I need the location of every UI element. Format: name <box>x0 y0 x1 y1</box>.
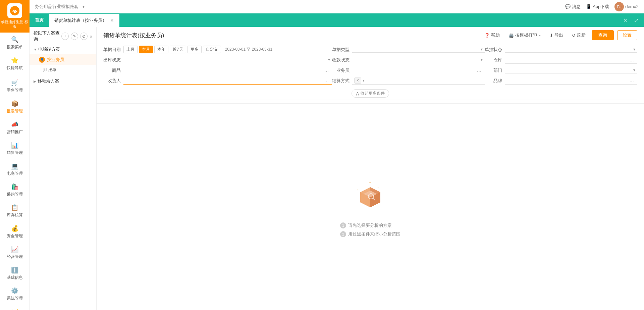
topbar: 办公用品行业模拟账套 ▾ 💬 消息 📱 App下载 Ea demo2 <box>30 0 644 13</box>
sidebar-item-wholesale[interactable]: 📦 批发管理 <box>0 97 29 117</box>
message-btn[interactable]: 💬 消息 <box>565 4 581 10</box>
sidebar-item-purchase[interactable]: 🛍️ 采购管理 <box>0 180 29 201</box>
date-btn-this-year[interactable]: 本年 <box>154 46 168 53</box>
tab-close-btn[interactable]: ✕ <box>110 18 114 23</box>
filter-doc-status: 单据状态 ▾ <box>485 46 637 53</box>
brand-dots[interactable]: ... <box>628 78 635 84</box>
print-dropdown-arrow: ▾ <box>539 34 541 37</box>
mobile-section: ▶ 移动端方案 <box>30 75 96 88</box>
avatar: Ea <box>614 2 624 11</box>
sidebar-item-label: 批发管理 <box>7 108 23 114</box>
copy-scheme-btn[interactable]: ⊙ <box>80 33 88 40</box>
refresh-btn[interactable]: ↺ 刷新 <box>569 31 588 40</box>
sidebar-item-basic[interactable]: ℹ️ 基础信息 <box>0 263 29 284</box>
pc-section-header[interactable]: ▼ 电脑端方案 <box>30 44 96 54</box>
edit-scheme-btn[interactable]: ✎ <box>71 33 78 40</box>
dept-control[interactable]: ▾ <box>505 67 637 73</box>
user-menu[interactable]: Ea demo2 <box>614 2 639 11</box>
help-label: 帮助 <box>491 32 500 38</box>
query-button[interactable]: 查询 <box>592 30 614 40</box>
sidebar-item-finance[interactable]: 💰 资金管理 <box>0 221 29 242</box>
tab-close-all-btn[interactable]: ✕ <box>621 16 629 24</box>
filter-row-1: 单据日期 上月 本月 本年 近7天 更多 自定义 2023-03-01 至 20… <box>103 46 637 53</box>
sidebar-item-retail[interactable]: 🛒 零售管理 <box>0 76 29 97</box>
goods-dots[interactable]: ... <box>323 67 330 73</box>
mobile-section-label: 移动端方案 <box>38 78 59 84</box>
svg-text:✦: ✦ <box>377 187 379 190</box>
sidebar-item-inventory[interactable]: 📋 库存核算 <box>0 201 29 221</box>
pay-method-control[interactable]: × ▾ <box>352 77 485 85</box>
export-btn[interactable]: ⬇ 导出 <box>547 31 566 40</box>
message-icon: 💬 <box>565 4 571 9</box>
brand-control[interactable]: ... <box>505 77 637 85</box>
date-btn-more[interactable]: 更多 <box>187 46 202 53</box>
out-status-control[interactable]: ▾ <box>123 57 332 63</box>
sidebar-item-corp[interactable]: 🤝 企业协同 <box>0 305 29 310</box>
filter-receipt-status: 收款状态 ▾ <box>332 57 485 63</box>
marketing-icon: 📣 <box>11 121 18 128</box>
breadcrumb-dropdown[interactable]: ▾ <box>83 4 85 9</box>
warehouse-control[interactable]: ... <box>505 56 637 64</box>
sidebar-item-ops[interactable]: 📈 经营管理 <box>0 242 29 263</box>
copy-icon: ⊙ <box>82 34 86 39</box>
set-button[interactable]: 设置 <box>617 30 637 40</box>
panel-collapse-btn[interactable]: « <box>90 34 92 39</box>
left-panel-header: 按以下方案查询 + ✎ ⊙ « <box>30 27 96 44</box>
sidebar-item-shortcut[interactable]: ⭐ 快捷导航 <box>0 53 29 74</box>
filter-row-4: 收货人 ... 结算方式 × ▾ <box>103 77 637 85</box>
consignee-control[interactable]: ... <box>123 77 332 85</box>
add-scheme-btn[interactable]: + <box>61 33 69 40</box>
logo-icon <box>7 3 22 18</box>
search-icon: 🔍 <box>11 36 18 43</box>
export-icon: ⬇ <box>549 33 553 38</box>
receipt-status-dropdown-arrow: ▾ <box>481 57 483 62</box>
pay-method-tag-close[interactable]: × <box>357 78 359 83</box>
left-panel-subitem-by-order[interactable]: 排 按单 <box>30 65 96 75</box>
print-btn[interactable]: 🖨️ 按模板打印 ▾ <box>506 31 543 40</box>
doc-type-control[interactable]: ▾ <box>352 46 485 53</box>
sidebar-item-sales[interactable]: 📊 销售管理 <box>0 138 29 159</box>
app-download-btn[interactable]: 📱 App下载 <box>586 4 609 10</box>
help-btn[interactable]: ❓ 帮助 <box>482 31 502 40</box>
tab-home[interactable]: 首页 <box>30 13 49 27</box>
tab-home-label: 首页 <box>35 17 44 23</box>
print-label: 按模板打印 <box>515 32 537 38</box>
filter-out-status: 出库状态 ▾ <box>103 57 332 63</box>
print-icon: 🖨️ <box>508 33 514 38</box>
sidebar-item-label: 资金管理 <box>7 233 23 239</box>
goods-control[interactable]: ... <box>123 66 332 74</box>
receipt-status-control[interactable]: ▾ <box>352 57 485 63</box>
sidebar-item-label: 采购管理 <box>7 192 23 197</box>
sidebar-item-system[interactable]: ⚙️ 系统管理 <box>0 284 29 305</box>
filter-date: 单据日期 上月 本月 本年 近7天 更多 自定义 2023-03-01 至 20… <box>103 46 332 53</box>
sidebar-item-ecommerce[interactable]: 💻 电商管理 <box>0 159 29 180</box>
doc-status-control[interactable]: ▾ <box>505 46 637 53</box>
collapse-btn[interactable]: ⋀ 收起更多条件 <box>352 89 389 98</box>
empty-state-step-1: 1 请先选择要分析的方案 <box>340 221 400 230</box>
date-btn-custom[interactable]: 自定义 <box>203 46 221 53</box>
sidebar-item-search[interactable]: 🔍 搜索菜单 <box>0 33 29 53</box>
page-header-row: 销货单统计表(按业务员) ❓ 帮助 🖨️ 按模板打印 ▾ ⬇ 导出 <box>97 27 644 42</box>
warehouse-dots[interactable]: ... <box>628 57 635 63</box>
pay-method-label: 结算方式 <box>332 78 352 84</box>
staff-control[interactable]: ... <box>352 66 485 74</box>
date-label: 单据日期 <box>103 47 123 53</box>
main-right: 销货单统计表(按业务员) ❓ 帮助 🖨️ 按模板打印 ▾ ⬇ 导出 <box>97 27 644 310</box>
sidebar-item-label: 电商管理 <box>7 171 23 176</box>
sales-icon: 📊 <box>11 142 18 149</box>
avatar-initials: Ea <box>617 5 622 9</box>
export-label: 导出 <box>554 32 563 38</box>
left-panel-item-by-staff[interactable]: 👤 按业务员 <box>30 54 96 65</box>
pay-method-tag: × <box>354 78 361 84</box>
date-btn-last-month[interactable]: 上月 <box>123 46 138 53</box>
tab-expand-btn[interactable]: ⤢ <box>632 16 640 24</box>
mobile-section-header[interactable]: ▶ 移动端方案 <box>30 76 96 86</box>
tab-sales-stat[interactable]: 销货单统计表（按业务员） ✕ <box>49 14 119 27</box>
date-btn-7days[interactable]: 近7天 <box>170 46 186 53</box>
staff-dots[interactable]: ... <box>476 67 483 73</box>
filter-dept: 部门 ▾ <box>485 67 637 73</box>
date-btn-this-month[interactable]: 本月 <box>139 46 153 53</box>
consignee-dots[interactable]: ... <box>323 78 330 84</box>
sidebar-item-marketing[interactable]: 📣 营销推广 <box>0 117 29 138</box>
basic-icon: ℹ️ <box>11 266 18 274</box>
